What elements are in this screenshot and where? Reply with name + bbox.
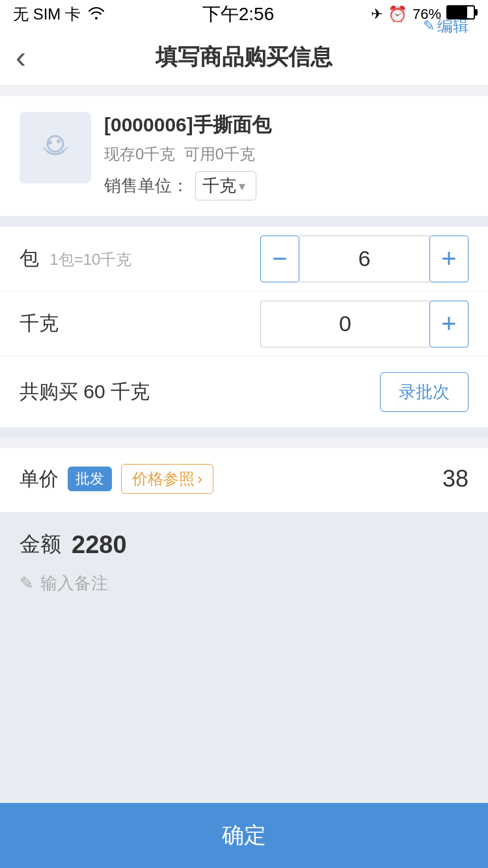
unit-price-label: 单价 <box>20 466 59 493</box>
confirm-bar[interactable]: 确定 <box>0 803 488 868</box>
amount-label: 金额 <box>20 530 61 559</box>
chevron-right-icon: › <box>197 470 202 488</box>
product-card: [0000006]手撕面包 现存0千克 可用0千克 销售单位： 千克 ▾ ✎ 编… <box>0 96 488 216</box>
amount-row: 金额 2280 <box>20 530 468 559</box>
batch-tag: 批发 <box>68 467 112 491</box>
kg-increment-button[interactable]: + <box>429 301 468 347</box>
bottom-spacer <box>0 605 488 813</box>
divider-1 <box>0 216 488 226</box>
amount-section: 金额 2280 ✎ 输入备注 <box>0 512 488 605</box>
remark-row[interactable]: ✎ 输入备注 <box>20 572 468 595</box>
bag-qty-control: − + <box>260 236 468 282</box>
chevron-down-icon: ▾ <box>239 178 245 194</box>
batch-button[interactable]: 录批次 <box>380 372 468 412</box>
price-ref-button[interactable]: 价格参照 › <box>121 464 213 494</box>
confirm-button[interactable]: 确定 <box>222 821 266 850</box>
bag-quantity-input[interactable] <box>299 236 429 282</box>
carrier-text: 无 SIM 卡 <box>13 4 81 25</box>
quantity-section: 包 1包=10千克 − + 千克 + <box>0 226 488 357</box>
svg-point-2 <box>57 139 61 143</box>
nav-bar: ‹ 填写商品购买信息 <box>0 29 488 86</box>
summary-text: 共购买 60 千克 <box>20 379 150 405</box>
svg-point-1 <box>48 141 52 144</box>
product-stock: 现存0千克 可用0千克 <box>104 144 468 165</box>
status-left: 无 SIM 卡 <box>13 4 105 25</box>
status-time: 下午2:56 <box>202 2 275 27</box>
kg-label: 千克 <box>20 310 260 337</box>
kg-quantity-input[interactable] <box>260 301 429 347</box>
bag-label: 包 1包=10千克 <box>20 245 260 272</box>
kg-qty-control: + <box>260 301 468 347</box>
product-image <box>20 112 91 183</box>
product-name: [0000006]手撕面包 <box>104 112 468 139</box>
unit-selector[interactable]: 千克 ▾ <box>195 171 256 200</box>
summary-row: 共购买 60 千克 录批次 <box>0 357 488 427</box>
product-unit-row: 销售单位： 千克 ▾ <box>104 171 468 200</box>
price-section: 单价 批发 价格参照 › 38 <box>0 448 488 512</box>
product-info: [0000006]手撕面包 现存0千克 可用0千克 销售单位： 千克 ▾ <box>104 112 468 200</box>
divider-2 <box>0 427 488 438</box>
kg-input-row: 千克 + <box>0 292 488 357</box>
bag-input-row: 包 1包=10千克 − + <box>0 226 488 292</box>
remark-placeholder: 输入备注 <box>40 572 108 595</box>
status-bar: 无 SIM 卡 下午2:56 ✈ ⏰ 76% <box>0 0 488 29</box>
price-row: 单价 批发 价格参照 › 38 <box>20 464 468 494</box>
edit-button[interactable]: ✎ 编辑 <box>423 16 468 36</box>
location-icon: ✈ <box>371 6 383 23</box>
price-label-group: 单价 批发 价格参照 › <box>20 464 213 494</box>
amount-value: 2280 <box>72 531 127 559</box>
remark-icon: ✎ <box>20 573 34 593</box>
bag-decrement-button[interactable]: − <box>260 236 299 282</box>
price-value: 38 <box>442 465 468 493</box>
wifi-icon <box>87 5 105 23</box>
edit-icon: ✎ <box>423 18 435 34</box>
back-button[interactable]: ‹ <box>16 39 26 75</box>
alarm-icon: ⏰ <box>388 5 407 23</box>
bag-increment-button[interactable]: + <box>429 236 468 282</box>
page-title: 填写商品购买信息 <box>156 42 332 72</box>
